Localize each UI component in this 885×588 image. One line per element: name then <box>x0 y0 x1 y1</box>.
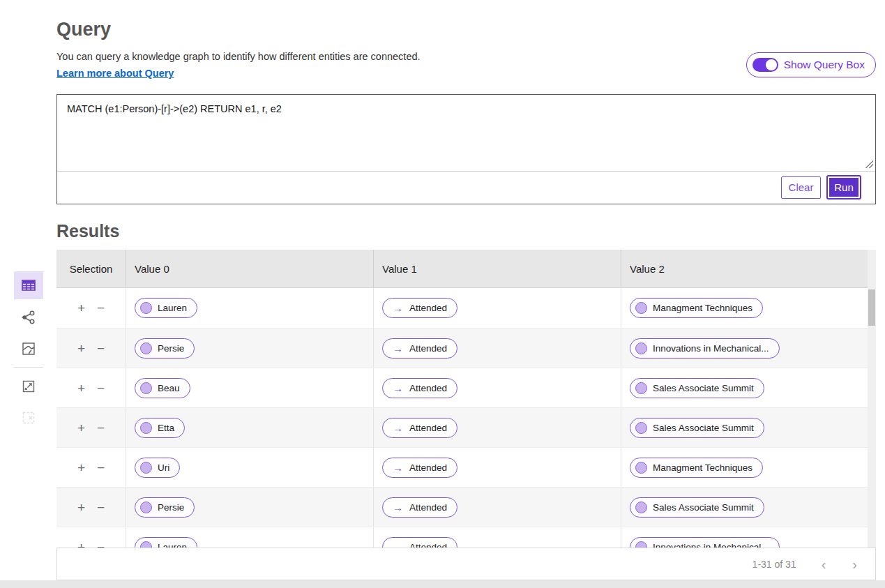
relation-pill[interactable]: → Attended <box>382 298 457 318</box>
column-header-value0: Value 0 <box>126 250 374 287</box>
value2-cell: Sales Associate Summit <box>621 368 868 407</box>
column-header-selection: Selection <box>56 250 126 287</box>
entity-dot-icon <box>635 541 647 548</box>
entity-label: Uri <box>158 462 169 473</box>
value0-cell: Beau <box>126 368 374 407</box>
selection-cell: + − <box>56 288 126 328</box>
selection-cell: + − <box>56 527 126 548</box>
relation-pill[interactable]: → Attended <box>382 378 457 398</box>
remove-selection-button[interactable]: − <box>97 342 105 355</box>
table-row: + − Persie → Attended Sales Associate Su… <box>56 487 868 527</box>
arrow-right-icon: → <box>393 542 403 548</box>
sidebar-item-map-view[interactable] <box>14 335 43 363</box>
relation-label: Attended <box>409 383 447 393</box>
remove-selection-button[interactable]: − <box>97 461 105 474</box>
value0-cell: Persie <box>126 488 374 527</box>
selection-cell: + − <box>56 368 126 407</box>
pagination-range-label: 1-31 of 31 <box>752 559 796 570</box>
column-header-value1: Value 1 <box>374 250 621 287</box>
resize-handle-icon[interactable] <box>864 159 873 168</box>
results-title: Results <box>56 221 119 241</box>
entity-pill[interactable]: Persie <box>135 338 195 359</box>
table-row: + − Etta → Attended Sales Associate Summ… <box>56 407 868 447</box>
entity-pill[interactable]: Persie <box>135 497 195 518</box>
entity-dot-icon <box>140 502 152 513</box>
entity-dot-icon <box>635 302 647 314</box>
entity-pill[interactable]: Innovations in Mechanical... <box>630 537 780 548</box>
sidebar-item-table-view[interactable] <box>14 271 43 299</box>
value2-cell: Innovations in Mechanical... <box>621 527 868 548</box>
entity-label: Innovations in Mechanical... <box>653 542 769 548</box>
entity-pill[interactable]: Sales Associate Summit <box>630 497 764 518</box>
value2-cell: Managment Techniques <box>621 448 868 487</box>
relation-pill[interactable]: → Attended <box>382 418 457 438</box>
remove-selection-button[interactable]: − <box>97 541 105 548</box>
relation-pill[interactable]: → Attended <box>382 458 457 478</box>
value0-cell: Etta <box>126 408 374 447</box>
table-row: + − Lauren → Attended Innovations in Mec… <box>56 527 868 548</box>
query-input[interactable]: MATCH (e1:Person)-[r]->(e2) RETURN e1, r… <box>57 95 875 170</box>
table-body: + − Lauren → Attended Managment Techniqu… <box>56 288 868 548</box>
entity-label: Persie <box>158 502 184 513</box>
run-button[interactable]: Run <box>828 176 860 198</box>
relation-pill[interactable]: → Attended <box>382 338 457 359</box>
clear-button[interactable]: Clear <box>781 176 821 199</box>
toggle-label: Show Query Box <box>784 59 865 71</box>
entity-dot-icon <box>140 342 152 354</box>
value0-cell: Lauren <box>126 288 374 328</box>
sidebar-item-graph-view[interactable] <box>14 303 43 331</box>
entity-pill[interactable]: Lauren <box>135 298 197 318</box>
sidebar-divider <box>14 367 43 368</box>
add-selection-button[interactable]: + <box>77 382 85 395</box>
results-footer: 1-31 of 31 ‹ › <box>56 548 876 580</box>
entity-pill[interactable]: Sales Associate Summit <box>630 418 764 438</box>
arrow-right-icon: → <box>393 383 403 393</box>
selection-cell: + − <box>56 329 126 368</box>
entity-dot-icon <box>635 462 647 474</box>
remove-selection-button[interactable]: − <box>97 382 105 395</box>
entity-dot-icon <box>140 422 152 434</box>
relation-pill[interactable]: → Attended <box>382 497 457 518</box>
selection-cell: + − <box>56 448 126 487</box>
map-view-icon <box>20 340 37 357</box>
add-selection-button[interactable]: + <box>77 342 85 355</box>
value1-cell: → Attended <box>374 488 621 527</box>
page-title: Query <box>56 19 111 40</box>
table-scrollbar[interactable] <box>868 250 876 548</box>
entity-pill[interactable]: Innovations in Mechanical... <box>630 338 780 359</box>
show-query-box-toggle[interactable]: Show Query Box <box>746 52 876 77</box>
value2-cell: Sales Associate Summit <box>621 488 868 527</box>
pagination-prev-button[interactable]: ‹ <box>820 557 828 571</box>
value1-cell: → Attended <box>374 408 621 447</box>
remove-selection-button[interactable]: − <box>97 501 105 514</box>
entity-label: Etta <box>158 423 174 433</box>
add-selection-button[interactable]: + <box>77 421 85 435</box>
add-selection-button[interactable]: + <box>77 301 85 315</box>
entity-pill[interactable]: Managment Techniques <box>630 458 763 478</box>
arrow-right-icon: → <box>393 303 403 313</box>
value2-cell: Sales Associate Summit <box>621 408 868 447</box>
add-selection-button[interactable]: + <box>77 501 85 514</box>
entity-pill[interactable]: Managment Techniques <box>630 298 763 318</box>
remove-selection-button[interactable]: − <box>97 301 105 315</box>
value1-cell: → Attended <box>374 329 621 368</box>
table-row: + − Beau → Attended Sales Associate Summ… <box>56 368 868 407</box>
entity-pill[interactable]: Sales Associate Summit <box>630 378 764 398</box>
value2-cell: Managment Techniques <box>621 288 868 328</box>
entity-pill[interactable]: Lauren <box>135 537 197 548</box>
new-map-view-icon <box>20 378 37 395</box>
entity-pill[interactable]: Uri <box>135 458 180 478</box>
entity-pill[interactable]: Beau <box>135 378 190 398</box>
pagination-next-button[interactable]: › <box>851 557 858 571</box>
scrollbar-thumb[interactable] <box>868 289 875 326</box>
table-view-icon <box>20 277 37 294</box>
remove-selection-button[interactable]: − <box>97 421 105 435</box>
arrow-right-icon: → <box>393 423 403 433</box>
add-selection-button[interactable]: + <box>77 541 85 548</box>
relation-pill[interactable]: → Attended <box>382 537 457 548</box>
relation-label: Attended <box>409 343 447 354</box>
sidebar-item-new-map-view[interactable] <box>14 372 43 400</box>
learn-more-link[interactable]: Learn more about Query <box>56 68 174 79</box>
entity-pill[interactable]: Etta <box>135 418 185 438</box>
add-selection-button[interactable]: + <box>77 461 85 474</box>
